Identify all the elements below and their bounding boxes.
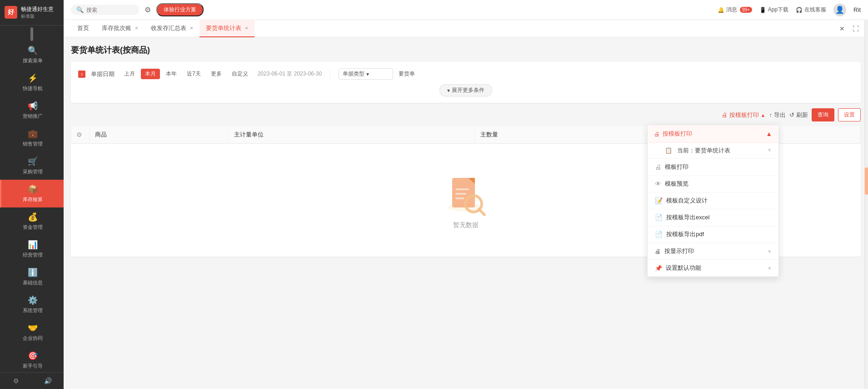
col-settings: ⚙ [71, 126, 89, 144]
svg-rect-5 [455, 197, 464, 199]
download-icon: 📱 [759, 7, 766, 13]
refresh-button[interactable]: ↺ 刷新 [789, 111, 808, 119]
sidebar-label-guide: 新手引导 [23, 363, 43, 369]
tab-home[interactable]: 首页 [71, 20, 95, 37]
refresh-icon: ↺ [789, 111, 794, 118]
search-icon: 🔍 [28, 45, 38, 56]
online-service-label: 在线客服 [804, 6, 826, 14]
display-print-arrow: ▾ [768, 248, 771, 255]
toolbar-row: 🖨 按模板打印 ▲ ↑ 导出 ↺ 刷新 查询 设置 [71, 108, 861, 121]
tab-inventory-batch-close[interactable]: × [135, 25, 138, 31]
template-pdf-label: 按模板导出pdf [666, 230, 704, 238]
print-template-print[interactable]: 🖨 模板打印 [648, 159, 778, 176]
sidebar-item-inventory[interactable]: 📦 库存核算 [0, 180, 64, 207]
tab-inventory-batch[interactable]: 库存批次账 × [95, 20, 145, 37]
print-template-pdf[interactable]: 📄 按模板导出pdf [648, 226, 778, 243]
topbar-right: 🔔 消息 99+ 📱 App下载 🎧 在线客服 👤 Rit [718, 4, 861, 16]
sidebar-item-marketing[interactable]: 📢 营销推广 [0, 96, 64, 124]
sidebar-item-system[interactable]: ⚙️ 系统管理 [0, 291, 64, 318]
print-template-custom[interactable]: 📝 模板自定义设计 [648, 192, 778, 209]
tab-receipt-summary-close[interactable]: × [190, 25, 193, 31]
tab-receipt-summary[interactable]: 收发存汇总表 × [145, 20, 200, 37]
sidebar-item-shortcut[interactable]: ⚡ 快捷导航 [0, 69, 64, 96]
online-service-button[interactable]: 🎧 在线客服 [796, 6, 826, 14]
date-current-month[interactable]: 本月 [141, 69, 160, 79]
basic-icon: ℹ️ [28, 268, 38, 278]
maximize-window-button[interactable]: ⛶ [851, 24, 861, 34]
sidebar-label-system: 系统管理 [23, 307, 43, 314]
print-dropdown-close-icon[interactable]: ▲ [766, 130, 772, 137]
type-select[interactable]: 单据类型 ▾ [339, 68, 393, 80]
date-current-year[interactable]: 本年 [162, 69, 181, 79]
operation-icon: 📊 [28, 240, 38, 250]
print-display-print[interactable]: 🖨 按显示打印 ▾ [648, 243, 778, 260]
sidebar-item-collab[interactable]: 🤝 企业协同 [0, 318, 64, 346]
refresh-label: 刷新 [796, 111, 808, 119]
template-custom-label: 模板自定义设计 [666, 197, 708, 205]
topbar-gear-icon[interactable]: ⚙ [145, 5, 151, 14]
export-button[interactable]: ↑ 导出 [769, 111, 786, 119]
display-print-label: 按显示打印 [664, 247, 694, 255]
search-input[interactable] [86, 7, 132, 13]
system-icon: ⚙️ [28, 295, 38, 305]
expand-icon: ▾ [447, 87, 450, 94]
app-download-label: App下载 [768, 6, 788, 14]
sidebar-item-finance[interactable]: 💰 资金管理 [0, 207, 64, 235]
search-box[interactable]: 🔍 [71, 5, 139, 15]
settings-config-button[interactable]: 设置 [838, 108, 861, 121]
template-preview-icon: 👁 [655, 180, 661, 187]
table-settings-icon[interactable]: ⚙ [76, 131, 82, 138]
sidebar-label-purchase: 采购管理 [23, 168, 43, 175]
sidebar-label-finance: 资金管理 [23, 224, 43, 231]
set-default-arrow: ▾ [768, 265, 771, 272]
tab-order-stats-close[interactable]: × [245, 25, 248, 31]
template-preview-label: 模板预览 [665, 180, 688, 188]
sidebar-item-guide[interactable]: 🎯 新手引导 [0, 346, 64, 372]
tabbar: 首页 库存批次账 × 收发存汇总表 × 要货单统计表 × ✕ ⛶ [64, 20, 868, 37]
right-scrollbar-thumb[interactable] [865, 167, 868, 195]
app-download-button[interactable]: 📱 App下载 [759, 6, 788, 14]
print-button[interactable]: 🖨 按模板打印 ▲ [722, 111, 766, 119]
right-scrollbar [864, 20, 868, 389]
print-current-template[interactable]: 📋 当前：要货单统计表 ▾ [648, 143, 778, 159]
svg-rect-1 [452, 178, 475, 207]
sidebar-item-search[interactable]: 🔍 搜索菜单 [0, 41, 64, 69]
date-prev-month[interactable]: 上月 [120, 69, 139, 79]
date-buttons: 上月 本月 本年 近7天 更多 自定义 [120, 69, 252, 79]
print-set-default[interactable]: 📌 设置默认功能 ▾ [648, 260, 778, 277]
query-button[interactable]: 查询 [812, 108, 834, 121]
tab-home-label: 首页 [77, 24, 89, 32]
filter-expand-button[interactable]: › [78, 71, 85, 78]
expand-more-button[interactable]: ▾ 展开更多条件 [439, 84, 492, 96]
sidebar-logo: 好 畅捷通好生意 标准版 [0, 0, 64, 25]
collab-icon: 🤝 [28, 323, 38, 333]
tab-order-stats[interactable]: 要货单统计表 × [200, 20, 254, 37]
marketing-icon: 📢 [28, 101, 38, 111]
date-last7[interactable]: 近7天 [183, 69, 205, 79]
date-more[interactable]: 更多 [207, 69, 226, 79]
tab-order-stats-label: 要货单统计表 [206, 24, 241, 32]
user-avatar[interactable]: 👤 [833, 4, 846, 16]
bell-icon: 🔔 [718, 7, 724, 13]
display-print-left: 🖨 按显示打印 [655, 247, 694, 255]
date-custom[interactable]: 自定义 [228, 69, 252, 79]
print-template-excel[interactable]: 📄 按模板导出excel [648, 209, 778, 226]
app-version: 标准版 [21, 13, 54, 20]
template-custom-icon: 📝 [655, 197, 663, 204]
page-title: 要货单统计表(按商品) [71, 45, 861, 56]
date-filter-label: 单据日期 [91, 70, 115, 78]
template-excel-label: 按模板导出excel [666, 213, 709, 222]
message-button[interactable]: 🔔 消息 99+ [718, 6, 752, 14]
speaker-button[interactable]: 🔊 [32, 373, 64, 389]
sidebar-item-operation[interactable]: 📊 经营管理 [0, 235, 64, 263]
print-template-preview[interactable]: 👁 模板预览 [648, 176, 778, 192]
tab-inventory-batch-label: 库存批次账 [102, 24, 131, 32]
sidebar-item-basic[interactable]: ℹ️ 基础信息 [0, 263, 64, 291]
sidebar-item-sales[interactable]: 💼 销售管理 [0, 124, 64, 152]
sidebar-item-purchase[interactable]: 🛒 采购管理 [0, 152, 64, 180]
trial-button[interactable]: 体验行业方案 [156, 3, 204, 16]
settings-button[interactable]: ⚙ [0, 373, 32, 389]
sidebar-label-shortcut: 快捷导航 [23, 85, 43, 92]
expand-more-row: ▾ 展开更多条件 [78, 84, 853, 96]
close-window-button[interactable]: ✕ [837, 24, 847, 34]
